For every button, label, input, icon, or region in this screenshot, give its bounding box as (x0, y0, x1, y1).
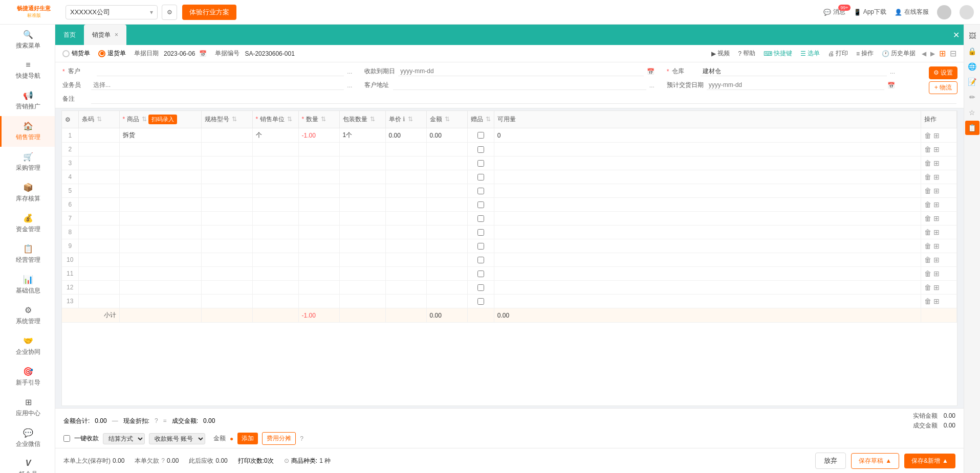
sidebar-item-collab[interactable]: 🤝 企业协同 (0, 331, 55, 362)
view-list-icon[interactable]: ⊞ (939, 49, 946, 58)
cell-quantity[interactable]: -1.00 (298, 128, 339, 143)
cell-unit-price[interactable] (385, 170, 426, 184)
cell-product[interactable] (119, 198, 201, 212)
cell-spec[interactable] (201, 212, 252, 226)
gift-checkbox[interactable] (477, 160, 484, 167)
cell-quantity[interactable] (298, 170, 339, 184)
gift-checkbox[interactable] (477, 257, 484, 263)
cell-product[interactable] (119, 212, 201, 226)
info-price-icon[interactable]: ℹ (403, 116, 405, 123)
notes-input[interactable] (91, 94, 956, 104)
cell-unit[interactable] (252, 184, 298, 198)
sort-gift-icon[interactable]: ⇅ (486, 116, 491, 123)
customer-address-ellipsis[interactable]: ... (649, 82, 655, 89)
add-button[interactable]: 添加 (237, 433, 258, 444)
gift-checkbox[interactable] (477, 271, 484, 277)
sort-price-icon[interactable]: ⇅ (408, 116, 413, 123)
scan-button[interactable]: 扫码录入 (148, 115, 177, 124)
cell-spec[interactable] (201, 170, 252, 184)
cell-pack-qty[interactable] (339, 184, 385, 198)
copy-row-icon[interactable]: ⊞ (933, 187, 940, 195)
cell-quantity[interactable] (298, 281, 339, 295)
cell-quantity[interactable] (298, 267, 339, 281)
gift-checkbox[interactable] (477, 243, 484, 250)
cell-product[interactable] (119, 295, 201, 308)
sort-qty-icon[interactable]: ⇅ (321, 116, 326, 123)
radio-sales[interactable]: 销货单 (62, 49, 90, 58)
nav-next-icon[interactable]: ▶ (930, 50, 935, 57)
cell-quantity[interactable] (298, 212, 339, 226)
copy-row-icon[interactable]: ⊞ (933, 173, 940, 181)
cell-unit[interactable] (252, 212, 298, 226)
cell-product[interactable] (119, 226, 201, 239)
cell-product[interactable] (119, 239, 201, 253)
sort-product-icon[interactable]: ⇅ (142, 116, 147, 123)
cell-barcode[interactable] (78, 143, 119, 156)
gift-checkbox[interactable] (477, 298, 484, 305)
sort-unit-icon[interactable]: ⇅ (287, 116, 292, 123)
cell-gift[interactable] (467, 212, 494, 226)
sort-spec-icon[interactable]: ⇅ (232, 116, 237, 123)
cell-product[interactable] (119, 253, 201, 267)
sidebar-item-search[interactable]: 🔍 搜索菜单 (0, 25, 55, 55)
hint-icon[interactable]: ? (155, 417, 158, 424)
cell-quantity[interactable] (298, 295, 339, 308)
cell-pack-qty[interactable] (339, 253, 385, 267)
cell-unit-price[interactable] (385, 226, 426, 239)
sidebar-item-newbie[interactable]: 🎯 新手引导 (0, 362, 55, 392)
settings-icon[interactable]: ⚙ (162, 5, 177, 20)
delete-row-icon[interactable]: 🗑 (924, 187, 931, 195)
rt-image-btn[interactable]: 🖼 (965, 29, 979, 43)
delete-row-icon[interactable]: 🗑 (924, 297, 931, 305)
cell-unit-price[interactable] (385, 295, 426, 308)
cell-product[interactable] (119, 143, 201, 156)
cell-unit-price[interactable] (385, 156, 426, 170)
cell-quantity[interactable] (298, 143, 339, 156)
cell-barcode[interactable] (78, 267, 119, 281)
copy-row-icon[interactable]: ⊞ (933, 159, 940, 167)
cell-unit[interactable] (252, 226, 298, 239)
save-draft-button[interactable]: 保存草稿 ▲ (851, 453, 899, 469)
salesperson-ellipsis[interactable]: ... (347, 82, 352, 89)
cell-gift[interactable] (467, 239, 494, 253)
cell-quantity[interactable] (298, 198, 339, 212)
copy-row-icon[interactable]: ⊞ (933, 131, 940, 140)
fee-split-button[interactable]: 费用分摊 (262, 432, 296, 445)
toolbar-select[interactable]: ☰ 选单 (798, 48, 822, 59)
payment-date-input[interactable] (398, 66, 643, 76)
cell-unit[interactable] (252, 239, 298, 253)
toolbar-video[interactable]: ▶ 视频 (709, 48, 732, 59)
cell-pack-qty[interactable] (339, 281, 385, 295)
cell-unit-price[interactable] (385, 267, 426, 281)
cell-unit[interactable]: 个 (252, 128, 298, 143)
cell-gift[interactable] (467, 253, 494, 267)
cell-pack-qty[interactable] (339, 198, 385, 212)
cell-amount[interactable] (426, 267, 467, 281)
cell-product[interactable] (119, 184, 201, 198)
cell-unit-price[interactable] (385, 143, 426, 156)
toolbar-print[interactable]: 🖨 打印 (826, 48, 850, 59)
copy-row-icon[interactable]: ⊞ (933, 297, 940, 305)
rt-globe-btn[interactable]: 🌐 (965, 59, 979, 74)
sidebar-item-sales[interactable]: 🏠 销售管理 (0, 116, 55, 147)
cell-barcode[interactable] (78, 212, 119, 226)
cell-gift[interactable] (467, 156, 494, 170)
sort-pack-icon[interactable]: ⇅ (370, 116, 375, 123)
warehouse-input[interactable] (701, 66, 887, 76)
toolbar-history[interactable]: 🕐 历史单据 (880, 48, 918, 59)
cell-product[interactable]: 拆货 (119, 128, 201, 143)
cell-pack-qty[interactable] (339, 267, 385, 281)
cell-gift[interactable] (467, 267, 494, 281)
cell-unit[interactable] (252, 156, 298, 170)
cell-pack-qty[interactable] (339, 226, 385, 239)
cell-unit-price[interactable] (385, 281, 426, 295)
delete-row-icon[interactable]: 🗑 (924, 256, 931, 264)
app-download-button[interactable]: 📱 App下载 (854, 8, 886, 16)
gift-checkbox[interactable] (477, 229, 484, 236)
toolbar-operations[interactable]: ≡ 操作 (854, 48, 876, 59)
rt-lock-btn[interactable]: 🔒 (965, 44, 979, 58)
cell-quantity[interactable] (298, 226, 339, 239)
toolbar-help[interactable]: ? 帮助 (736, 48, 757, 59)
settings-button[interactable]: ⚙ 设置 (929, 66, 957, 79)
cell-product[interactable] (119, 267, 201, 281)
